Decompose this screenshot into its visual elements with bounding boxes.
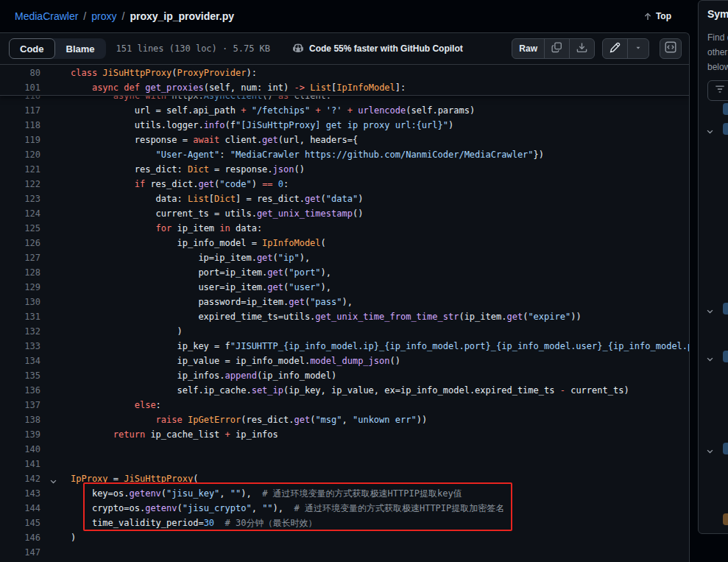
download-raw-button[interactable] [569,39,594,58]
symbols-tree [699,1,728,533]
line-number[interactable]: 131 [0,309,40,324]
edit-dropdown-button[interactable] [627,39,649,58]
code-line: 134 ip_value = ip_info_model.model_dump_… [0,354,689,368]
line-number[interactable]: 144 [0,501,40,516]
raw-button[interactable]: Raw [512,39,544,58]
tab-blame[interactable]: Blame [55,38,106,59]
symbol-kind-badge[interactable] [723,103,728,115]
line-number[interactable]: 138 [0,412,40,427]
line-number[interactable]: 141 [0,457,40,471]
code-gutter [40,192,71,206]
code-gutter [40,516,71,530]
code-line: 138 raise IpGetError(res_dict.get("msg",… [0,412,689,427]
code-text: data: List[Dict] = res_dict.get("data") [71,192,363,206]
code-text: crypto=os.getenv("jisu_crypto", ""), # 通… [71,501,504,516]
raw-actions-group: Raw [512,38,595,59]
symbol-kind-badge[interactable] [723,443,728,454]
symbol-row-chevron-icon[interactable] [706,353,714,366]
code-text: async with httpx.AsyncClient() as client… [71,96,331,103]
line-number[interactable]: 122 [0,177,40,192]
line-number[interactable]: 136 [0,383,40,398]
line-number[interactable]: 137 [0,398,40,412]
code-text: for ip_item in data: [71,221,262,236]
code-text: self.ip_cache.set_ip(ip_key, ip_value, e… [71,383,629,398]
code-text: port=ip_item.get("port"), [71,265,331,280]
file-view-card: Code Blame 151 lines (130 loc) · 5.75 KB… [0,32,690,562]
line-number[interactable]: 121 [0,162,40,177]
symbol-kind-badge[interactable] [723,351,728,362]
edit-file-button[interactable] [603,39,627,58]
code-text: ip=ip_item.get("ip"), [71,250,310,265]
symbol-row-chevron-icon[interactable] [706,445,714,458]
line-number[interactable]: 119 [0,133,40,147]
tab-code[interactable]: Code [9,38,55,59]
line-number[interactable]: 133 [0,339,40,354]
line-number[interactable]: 135 [0,368,40,383]
code-line: 125 for ip_item in data: [0,221,689,236]
code-text: raise IpGetError(res_dict.get("msg", "un… [71,412,427,427]
line-number[interactable]: 101 [0,80,40,95]
code-gutter [40,368,71,383]
code-gutter [40,162,71,177]
code-line: 133 ip_key = f"JISUHTTP_{ip_info_model.i… [0,339,689,354]
line-number[interactable]: 130 [0,295,40,309]
code-text: time_validity_period=30 # 30分钟（最长时效） [71,516,317,530]
line-number[interactable]: 129 [0,280,40,295]
symbol-kind-badge[interactable] [723,303,728,315]
code-line: 137 else: [0,398,689,412]
copilot-icon [292,42,304,56]
code-line: 123 data: List[Dict] = res_dict.get("dat… [0,192,689,206]
symbol-row-chevron-icon[interactable] [706,305,714,318]
code-text: res_dict: Dict = response.json() [71,162,305,177]
line-number[interactable]: 147 [0,545,40,560]
code-line: 130 password=ip_item.get("pass"), [0,295,689,309]
code-line: 119 response = await client.get(url, hea… [0,133,689,147]
symbol-kind-badge[interactable] [723,123,728,135]
copy-raw-button[interactable] [544,39,569,58]
code-blame-switcher: Code Blame [9,38,106,59]
line-number[interactable]: 127 [0,250,40,265]
breadcrumb-folder-link[interactable]: proxy [91,10,116,22]
line-number[interactable]: 126 [0,236,40,250]
code-text: else: [71,398,161,412]
breadcrumb-separator: / [83,10,86,22]
line-number[interactable]: 145 [0,516,40,530]
code-line: 139 return ip_cache_list + ip_infos [0,427,689,442]
code-line: 124 current_ts = utils.get_unix_timestam… [0,206,689,221]
line-number[interactable]: 142 [0,471,40,486]
code-gutter [40,398,71,412]
line-number[interactable]: 80 [0,66,40,80]
line-number[interactable]: 132 [0,324,40,339]
line-number[interactable]: 139 [0,427,40,442]
code-gutter [40,133,71,147]
code-line: 142IpProxy = JiSuHttpProxy( [0,471,689,486]
line-number[interactable]: 146 [0,530,40,545]
line-number[interactable]: 125 [0,221,40,236]
line-number[interactable]: 124 [0,206,40,221]
code-text: ip_info_model = IpInfoModel( [71,236,326,250]
symbols-panel-toggle-button[interactable] [660,38,682,59]
line-number[interactable]: 118 [0,118,40,133]
code-gutter [40,118,71,133]
line-number[interactable]: 134 [0,354,40,368]
line-number[interactable]: 128 [0,265,40,280]
line-number[interactable]: 120 [0,147,40,162]
line-number[interactable]: 116 [0,96,40,103]
code-text: async def get_proxies(self, num: int) ->… [71,80,406,95]
code-text: return ip_cache_list + ip_infos [71,427,278,442]
line-number[interactable]: 117 [0,103,40,118]
line-number[interactable]: 140 [0,442,40,457]
breadcrumb-repo-link[interactable]: MediaCrawler [15,10,78,22]
symbol-row-chevron-icon[interactable] [706,125,714,138]
code-gutter [40,457,71,471]
breadcrumb: MediaCrawler / proxy / proxy_ip_provider… [0,0,689,32]
line-number[interactable]: 143 [0,486,40,501]
arrow-up-icon [643,12,652,21]
line-number[interactable]: 123 [0,192,40,206]
code-line: 144 crypto=os.getenv("jisu_crypto", ""),… [0,501,689,516]
symbols-panel: Symbols Find definitions and references … [698,0,728,534]
scroll-to-top-button[interactable]: Top [639,8,676,24]
code-gutter [40,280,71,295]
symbol-kind-badge[interactable] [723,513,728,525]
code-gutter [40,412,71,427]
